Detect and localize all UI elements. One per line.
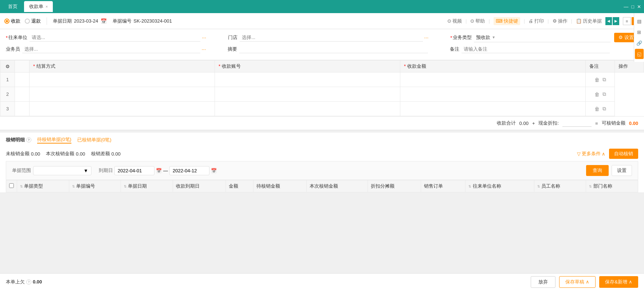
view-list-btn[interactable]: ≡ [623,17,631,25]
history-icon: 📋 [576,18,582,24]
col-type-header: ⇅ 单据类型 [17,180,69,192]
row-3-account-input[interactable] [30,102,215,116]
partner-input[interactable] [30,34,200,42]
row-3-settlement[interactable] [15,102,30,116]
row-1-remark[interactable] [400,72,586,87]
date-label: 单据日期 [53,18,72,24]
hx-info-icon[interactable]: ? [26,137,31,142]
row-2-remark[interactable] [400,87,586,102]
sidebar-icon-link[interactable]: 🔗 [635,38,644,48]
row-1-account-input[interactable] [30,72,215,87]
row-2-remark-input[interactable] [400,87,585,101]
row-3-amount[interactable] [215,102,400,116]
sidebar-icon-table[interactable]: ▤ [635,16,644,26]
btn-video-label: 视频 [452,18,462,24]
btn-help[interactable]: ⊙ 帮助 [470,18,485,24]
radio-shoukuan-dot [4,19,9,24]
employee-more-icon[interactable]: ··· [202,46,206,52]
hx-tab-pending[interactable]: 待核销单据(0笔) [37,136,71,144]
row-1-account[interactable] [30,72,215,87]
col-current-header: 本次核销金额 [306,180,368,192]
query-button[interactable]: 查询 [586,165,609,176]
row-1-delete-icon[interactable]: 🗑 [594,77,600,83]
row-2-delete-icon[interactable]: 🗑 [594,91,600,97]
employee-input[interactable] [22,45,200,53]
summary-discount-input[interactable] [562,119,592,127]
btn-history[interactable]: 📋 历史单据 [576,18,602,24]
hx-title-text: 核销明细 [6,137,25,143]
more-conditions-label: 更多条件 [582,150,601,157]
row-3-remark[interactable] [400,102,586,116]
nav-prev-arrow[interactable]: ◀ [605,17,612,25]
save-new-button[interactable]: 保存&新增 ∧ [599,276,638,288]
btn-print[interactable]: 🖨 打印 [529,18,544,24]
row-2-amount[interactable] [215,87,400,102]
filter-due-label: 到期日 [99,167,113,174]
row-2-account[interactable] [30,87,215,102]
row-1-remark-input[interactable] [400,72,585,87]
filter-date-to-input[interactable] [169,166,209,175]
tab-home-label: 首页 [8,3,17,10]
radio-tuikuan[interactable]: 退款 [25,18,41,24]
partner-more-icon[interactable]: ··· [202,35,206,40]
radio-shoukuan[interactable]: 收款 [4,18,20,24]
filter-settings-button[interactable]: 设置 [612,165,632,176]
row-3-amount-input[interactable] [215,102,400,116]
window-restore-icon[interactable]: □ [631,4,634,9]
draft-button[interactable]: 保存草稿 ∧ [559,276,596,288]
btn-video[interactable]: ⊙ 视频 [447,18,462,24]
tab-home[interactable]: 首页 [3,1,23,12]
remark-input[interactable] [462,45,610,53]
row-2-settlement-input[interactable] [15,87,29,101]
hx-tab-pending-label: 待核销单据(0笔) [37,137,71,142]
row-3-settlement-input[interactable] [15,102,29,116]
btn-action[interactable]: ⚙ 操作 [553,18,568,24]
window-close-icon[interactable]: ✕ [637,4,641,9]
store-more-icon[interactable]: ··· [424,35,429,40]
print-icon: 🖨 [529,18,533,24]
row-2-amount-input[interactable] [215,87,400,101]
row-3-account[interactable] [30,102,215,116]
row-1-settlement[interactable] [15,72,30,87]
col-action-header: 操作 [615,60,644,72]
col-settings-header[interactable]: ⚙ [0,60,15,72]
window-minimize-icon[interactable]: — [624,4,628,9]
btn-shortcut[interactable]: ⌨ 快捷键 [494,17,520,25]
sidebar-icon-expand[interactable]: ◱ [635,49,644,59]
radio-tuikuan-label: 退款 [31,18,41,24]
summary-verify-label: 可核销金额 [602,120,625,126]
footer-info-icon[interactable]: ? [26,279,31,285]
sidebar-icon-grid[interactable]: ⊞ [635,27,644,37]
row-3-copy-icon[interactable]: ⧉ [602,106,606,112]
tab-close-icon[interactable]: × [46,4,48,9]
filter-calendar-to-icon[interactable]: 📅 [211,168,217,173]
row-1-settlement-input[interactable] [15,72,29,87]
hx-diff-value: 0.00 [111,151,121,157]
hx-tab-done[interactable]: 已核销单据(0笔) [77,137,111,143]
filter-date-from-input[interactable] [114,166,154,175]
row-2-copy-icon[interactable]: ⧉ [602,91,606,97]
row-1-amount-input[interactable] [215,72,400,87]
nav-next-arrow[interactable]: ▶ [613,17,619,25]
auto-hx-button[interactable]: 自动核销 [609,149,638,159]
filter-calendar-from-icon[interactable]: 📅 [156,168,162,173]
hx-section: 核销明细 ? 待核销单据(0笔) 已核销单据(0笔) 未核销金额 0.00 本次… [0,133,644,192]
row-1-action: 🗑 ⧉ [586,72,615,87]
row-2-settlement[interactable] [15,87,30,102]
discard-button[interactable]: 放弃 [531,276,555,288]
btn-shortcut-label: 快捷键 [504,18,518,24]
filter-range-select[interactable]: ▼ [33,166,91,175]
row-1-amount[interactable] [215,72,400,87]
row-3-remark-input[interactable] [400,102,585,116]
date-calendar-icon[interactable]: 📅 [101,18,107,24]
row-2-account-input[interactable] [30,87,215,101]
col-amount-header: * 收款金额 [400,60,586,72]
more-conditions-btn[interactable]: ▽ 更多条件 ∧ [577,150,605,157]
biz-type-select[interactable]: 预收款 ▼ [474,33,610,42]
abstract-input[interactable] [239,45,428,53]
row-1-copy-icon[interactable]: ⧉ [602,77,606,83]
store-input[interactable] [240,34,423,42]
tab-receipt[interactable]: 收款单 × [24,1,53,12]
select-all-checkbox[interactable] [9,183,14,188]
row-3-delete-icon[interactable]: 🗑 [594,106,600,112]
